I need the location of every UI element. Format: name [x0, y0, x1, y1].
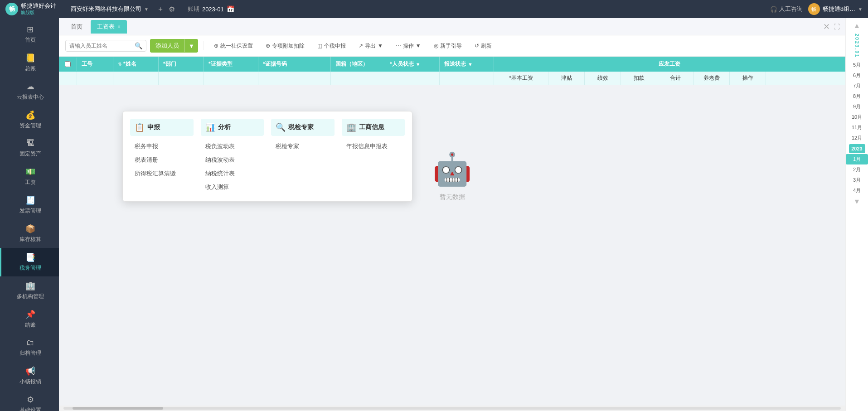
sidebar-label-invoice: 发票管理	[19, 207, 41, 215]
refresh-icon: ↺	[475, 43, 479, 49]
popup-section-header-declaration: 📋 申报	[130, 119, 194, 136]
timeline-year-label: 2023.01	[854, 32, 860, 60]
timeline-month-11[interactable]: 11月	[846, 122, 868, 133]
window-restore-icon[interactable]: ⛶	[834, 23, 840, 30]
tax-report-btn[interactable]: ◫ 个税申报	[313, 40, 350, 52]
sidebar-item-multi[interactable]: 🏢 多机构管理	[0, 276, 59, 305]
popup-item-tax-stats[interactable]: 纳税统计表	[201, 167, 264, 180]
sidebar-item-assets[interactable]: 🏗 固定资产	[0, 134, 59, 162]
sidebar-item-ledger[interactable]: 📒 总账	[0, 48, 59, 77]
period-label: 账期	[188, 5, 199, 13]
timeline-month-6[interactable]: 6月	[846, 70, 868, 81]
sidebar-item-close[interactable]: 📌 结账	[0, 305, 59, 334]
timeline-month-3[interactable]: 3月	[846, 175, 868, 185]
operate-btn[interactable]: ⋯ 操作 ▼	[391, 40, 426, 52]
add-person-arrow[interactable]: ▼	[185, 40, 198, 52]
fund-icon: 💰	[25, 110, 35, 120]
settings-icon[interactable]: ⚙	[169, 5, 175, 14]
sidebar-label-basic: 基础设置	[19, 406, 41, 411]
tab-salary[interactable]: 工资表 ×	[91, 20, 127, 34]
sidebar-label-salary: 工资	[25, 179, 36, 186]
toolbar: 🔍 添加人员 ▼ ⊕ 统一社保设置 ⊕ 专项附加扣除 ◫ 个税申报	[59, 35, 845, 57]
popup-section-header-business: 🏢 工商信息	[342, 119, 405, 136]
tab-home[interactable]: 首页	[64, 20, 89, 34]
timeline-month-5[interactable]: 5月	[846, 60, 868, 70]
popup-section-header-analysis: 📊 分析	[201, 119, 264, 136]
popup-item-income-calc[interactable]: 收入测算	[201, 180, 264, 194]
add-person-btn-group[interactable]: 添加人员 ▼	[150, 39, 198, 53]
guide-btn[interactable]: ◎ 新手引导	[429, 40, 466, 52]
popup-item-tax-expert[interactable]: 税检专家	[271, 140, 335, 153]
sidebar-item-home[interactable]: ⊞ 首页	[0, 20, 59, 48]
add-person-button[interactable]: 添加人员	[150, 39, 184, 53]
social-label: 统一社保设置	[220, 42, 253, 50]
timeline-month-1[interactable]: 1月	[846, 154, 868, 164]
timeline-month-4[interactable]: 4月	[846, 185, 868, 196]
sidebar-item-tax[interactable]: 📑 税务管理	[0, 248, 59, 276]
social-insurance-btn[interactable]: ⊕ 统一社保设置	[209, 40, 257, 52]
timeline-month-8[interactable]: 8月	[846, 91, 868, 102]
tab-home-label: 首页	[71, 23, 82, 31]
scrollbar-thumb[interactable]	[73, 407, 163, 410]
company-selector[interactable]: 西安虾米网络科技有限公司 ▼	[71, 5, 149, 13]
sub-th-total: 合计	[657, 72, 693, 85]
timeline-month-9[interactable]: 9月	[846, 102, 868, 112]
th-checkbox[interactable]	[59, 58, 77, 71]
table-header: 工号 ⇅ *姓名 *部门 *证据类型 *证据号码 国籍（地区）	[59, 57, 845, 72]
sep1	[204, 41, 204, 50]
tab-bar: 首页 工资表 × ✕ ⛶	[59, 18, 845, 35]
timeline-month-2[interactable]: 2月	[846, 164, 868, 175]
sidebar-item-cloud[interactable]: ☁ 云报表中心	[0, 77, 59, 106]
timeline-month-12[interactable]: 12月	[846, 133, 868, 143]
special-label: 专项附加扣除	[272, 42, 305, 50]
dropdown-popup: 📋 申报 税务申报 税表清册 所得税汇算清缴 📊 分析 税负波动表 纳税波动表 …	[122, 111, 412, 202]
timeline-down-icon[interactable]: ▼	[852, 196, 863, 208]
declaration-title: 申报	[147, 123, 160, 131]
calendar-icon[interactable]: 📅	[227, 5, 234, 13]
popup-section-tax-expert: 🔍 税检专家 税检专家	[271, 119, 335, 194]
sidebar-item-archive[interactable]: 🗂 归档管理	[0, 334, 59, 362]
add-icon[interactable]: ＋	[157, 5, 164, 14]
sidebar-item-salary[interactable]: 💵 工资	[0, 162, 59, 191]
sidebar-item-inventory[interactable]: 📦 库存核算	[0, 219, 59, 248]
user-avatar: 畅	[808, 3, 820, 15]
company-dropdown-icon: ▼	[144, 7, 149, 12]
scrollbar-track[interactable]	[63, 407, 841, 410]
sidebar-label-multi: 多机构管理	[17, 293, 44, 300]
tab-close-icon[interactable]: ×	[117, 24, 121, 30]
timeline-up-icon[interactable]: ▲	[852, 20, 863, 32]
analysis-icon: 📊	[205, 122, 215, 132]
status-filter-icon[interactable]: ▼	[416, 62, 421, 67]
popup-item-tax-wave[interactable]: 纳税波动表	[201, 153, 264, 167]
timeline-month-10[interactable]: 10月	[846, 112, 868, 122]
header-checkbox[interactable]	[65, 61, 71, 67]
timeline-month-7[interactable]: 7月	[846, 81, 868, 91]
popup-item-tax-table[interactable]: 税表清册	[130, 153, 194, 167]
popup-item-tax-burden[interactable]: 税负波动表	[201, 140, 264, 153]
popup-item-tax-report[interactable]: 税务申报	[130, 140, 194, 153]
window-close-icon[interactable]: ✕	[823, 22, 830, 32]
th-report-status: 报送状态 ▼	[440, 57, 494, 72]
sidebar-item-fund[interactable]: 💰 资金管理	[0, 106, 59, 134]
report-filter-icon[interactable]: ▼	[468, 62, 473, 67]
social-icon: ⊕	[214, 43, 218, 49]
sidebar-item-promo[interactable]: 📢 小畅报销	[0, 362, 59, 390]
tax-report-label: 个税申报	[324, 42, 346, 50]
sidebar-label-home: 首页	[25, 36, 36, 44]
sidebar-item-invoice[interactable]: 🧾 发票管理	[0, 191, 59, 219]
special-deduction-btn[interactable]: ⊕ 专项附加扣除	[261, 40, 309, 52]
popup-item-annual-report[interactable]: 年报信息申报表	[342, 140, 405, 153]
service-button[interactable]: 🎧 人工咨询	[770, 5, 803, 13]
tax-icon: 📑	[25, 252, 35, 262]
scrollbar-area	[59, 406, 845, 411]
refresh-btn[interactable]: ↺ 刷新	[470, 40, 496, 52]
export-btn[interactable]: ↗ 导出 ▼	[354, 40, 388, 52]
tax-expert-icon: 🔍	[276, 122, 286, 132]
popup-item-income-tax[interactable]: 所得税汇算清缴	[130, 167, 194, 180]
search-input[interactable]	[69, 43, 133, 49]
th-status: *人员状态 ▼	[385, 57, 440, 72]
sidebar-item-basic[interactable]: ⚙ 基础设置	[0, 390, 59, 411]
timeline-curr-year: 2023	[849, 144, 865, 153]
user-area[interactable]: 畅 畅捷通8组… ▼	[808, 3, 863, 15]
sub-th-pension: 养老费	[693, 72, 730, 85]
